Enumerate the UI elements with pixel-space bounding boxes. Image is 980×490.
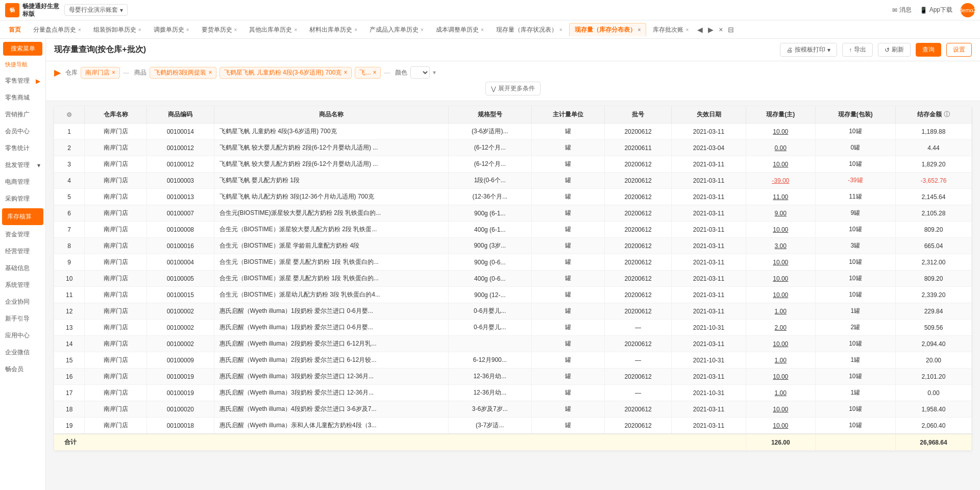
tab-prev-btn[interactable]: ◀ — [695, 24, 705, 35]
footer-total-amount: 26,968.64 — [895, 434, 971, 451]
cell-qty-main[interactable]: 10.00 — [746, 124, 815, 140]
cell-qty-main[interactable]: 10.00 — [746, 401, 815, 418]
sidebar-item-guide[interactable]: 新手引导 — [0, 310, 45, 327]
sidebar-item-retail-mgmt[interactable]: 零售管理 ▶ — [0, 72, 45, 89]
tab-4[interactable]: 要货单历史 × — [196, 23, 243, 36]
filter-expand-arrow[interactable]: ▶ — [54, 68, 60, 78]
product-close-icon-1[interactable]: × — [208, 69, 212, 76]
sidebar-item-inventory[interactable]: 库存核算 — [2, 208, 43, 225]
cell-qty-main[interactable]: 10.00 — [746, 156, 815, 173]
search-menu-btn[interactable]: 搜索菜单 — [3, 42, 42, 56]
tab-close-icon[interactable]: × — [481, 27, 484, 33]
sidebar-item-retail-mall[interactable]: 零售商城 — [0, 89, 45, 106]
tab-close-icon[interactable]: × — [354, 27, 357, 33]
cell-qty-main[interactable]: 10.00 — [746, 369, 815, 385]
tab-home[interactable]: 首页 — [3, 23, 27, 36]
tab-close-icon[interactable]: × — [78, 27, 81, 33]
tab-5[interactable]: 其他出库单历史 × — [243, 23, 303, 36]
cell-batch: 20200612 — [604, 124, 671, 140]
sidebar-item-operations[interactable]: 经营管理 — [0, 243, 45, 260]
cell-qty-main[interactable]: 10.00 — [746, 222, 815, 238]
cell-qty-main[interactable]: 11.00 — [746, 189, 815, 205]
cell-qty-main[interactable]: 3.00 — [746, 238, 815, 254]
cell-amount: 2,101.20 — [895, 369, 971, 385]
tab-close-icon[interactable]: × — [186, 27, 189, 33]
tab-8[interactable]: 成本调整单历史 × — [430, 23, 489, 36]
tab-close-icon[interactable]: × — [685, 27, 689, 33]
cell-qty-main[interactable]: 10.00 — [746, 287, 815, 303]
footer-empty — [815, 434, 895, 451]
tab-close-icon[interactable]: × — [234, 27, 237, 33]
warehouse-tag[interactable]: 南岸门店 × — [81, 67, 120, 79]
product-close-icon-3[interactable]: × — [373, 69, 376, 76]
cell-qty-main[interactable]: 10.00 — [746, 271, 815, 287]
sidebar-item-marketing[interactable]: 营销推广 — [0, 106, 45, 123]
refresh-btn[interactable]: ↺ 刷新 — [878, 43, 911, 57]
category-select[interactable]: 母婴行业演示账套 ▾ — [64, 4, 128, 16]
sidebar-item-enterprise-wechat[interactable]: 企业微信 — [0, 344, 45, 361]
sidebar-item-purchase[interactable]: 采购管理 — [0, 190, 45, 207]
sidebar-item-finance[interactable]: 资金管理 — [0, 226, 45, 243]
cell-qty-main[interactable]: 1.00 — [746, 352, 815, 369]
product-ellipsis[interactable]: ··· — [384, 68, 390, 77]
cell-qty-main[interactable]: 0.00 — [746, 140, 815, 156]
tab-close-icon[interactable]: × — [138, 27, 141, 33]
tab-close-icon[interactable]: × — [294, 27, 297, 33]
tab-6[interactable]: 材料出库单历史 × — [304, 23, 363, 36]
cell-qty-main[interactable]: 2.00 — [746, 320, 815, 336]
tab-9[interactable]: 现存量（库存状况表） × — [491, 23, 568, 36]
print-btn[interactable]: 🖨 按模板打印 ▾ — [780, 43, 837, 57]
cell-spec: 400g (0-6... — [448, 271, 531, 287]
expand-more-btn[interactable]: ⋁ 展开更多条件 — [485, 82, 541, 95]
table-row: 18 南岸门店 00100020 惠氏启醒（Wyeth illuma）4段奶粉 … — [54, 401, 972, 418]
tab-2[interactable]: 组装拆卸单历史 × — [88, 23, 147, 36]
warehouse-close-icon[interactable]: × — [112, 69, 115, 76]
tab-close-icon[interactable]: × — [559, 27, 562, 33]
app-download-btn[interactable]: 📱 App下载 — [920, 6, 952, 14]
tab-next-btn[interactable]: ▶ — [706, 24, 716, 35]
cell-qty-main[interactable]: 10.00 — [746, 418, 815, 434]
info-icon[interactable]: ⓘ — [944, 111, 950, 118]
settings-icon[interactable]: ⚙ — [66, 111, 72, 118]
cell-qty-main[interactable]: 10.00 — [746, 336, 815, 352]
tab-11[interactable]: 库存批次账 × — [647, 23, 694, 36]
user-avatar[interactable]: demo2 — [961, 3, 975, 17]
query-btn[interactable]: 查询 — [916, 43, 941, 57]
product-tag-2[interactable]: 飞鹤星飞帆 儿童奶粉 4段(3-6岁适用) 700克 × — [219, 67, 352, 79]
cell-qty-main[interactable]: 1.00 — [746, 303, 815, 320]
th-settings[interactable]: ⚙ — [54, 106, 85, 124]
sidebar-item-system[interactable]: 系统管理 — [0, 277, 45, 293]
settings-btn[interactable]: 设置 — [946, 43, 972, 57]
cell-qty-pkg: 9罐 — [815, 205, 895, 222]
tab-3[interactable]: 调拨单历史 × — [148, 23, 195, 36]
product-tag-1[interactable]: 飞鹤奶粉3段两提装 × — [150, 67, 217, 79]
cell-expire: 2021-03-11 — [672, 238, 746, 254]
quick-nav-btn[interactable]: 快捷导航 — [0, 59, 45, 70]
tab-close-icon[interactable]: × — [638, 27, 641, 33]
cell-unit: 罐 — [531, 222, 604, 238]
color-select[interactable] — [410, 66, 430, 79]
sidebar-item-wholesale[interactable]: 批发管理 ▾ — [0, 157, 45, 174]
tab-10-active[interactable]: 现存量（库存分布表） × — [569, 23, 647, 36]
sidebar-item-member2[interactable]: 畅会员 — [0, 361, 45, 378]
tab-7[interactable]: 产成品入库单历史 × — [364, 23, 429, 36]
tab-1[interactable]: 分量盘点单历史 × — [28, 23, 87, 36]
cell-qty-main[interactable]: 10.00 — [746, 254, 815, 271]
message-btn[interactable]: ✉ 消息 — [892, 6, 912, 14]
sidebar-item-ecommerce[interactable]: 电商管理 — [0, 174, 45, 190]
sidebar-item-retail-stats[interactable]: 零售统计 — [0, 140, 45, 157]
sidebar-item-member[interactable]: 会员中心 — [0, 123, 45, 140]
cell-qty-main[interactable]: 9.00 — [746, 205, 815, 222]
cell-qty-main[interactable]: 1.00 — [746, 385, 815, 401]
tab-close-icon[interactable]: × — [421, 27, 424, 33]
warehouse-ellipsis[interactable]: ··· — [123, 68, 129, 77]
product-tag-3[interactable]: 飞... × — [355, 67, 381, 79]
product-close-icon-2[interactable]: × — [344, 69, 347, 76]
tab-menu-btn[interactable]: ⊟ — [726, 24, 736, 35]
sidebar-item-basic-info[interactable]: 基础信息 — [0, 260, 45, 277]
export-btn[interactable]: ↑ 导出 — [842, 43, 873, 57]
tab-close-all-btn[interactable]: × — [717, 24, 725, 35]
sidebar-item-app-center[interactable]: 应用中心 — [0, 327, 45, 344]
sidebar-item-enterprise[interactable]: 企业协同 — [0, 293, 45, 310]
cell-qty-main[interactable]: -39.00 — [746, 173, 815, 189]
